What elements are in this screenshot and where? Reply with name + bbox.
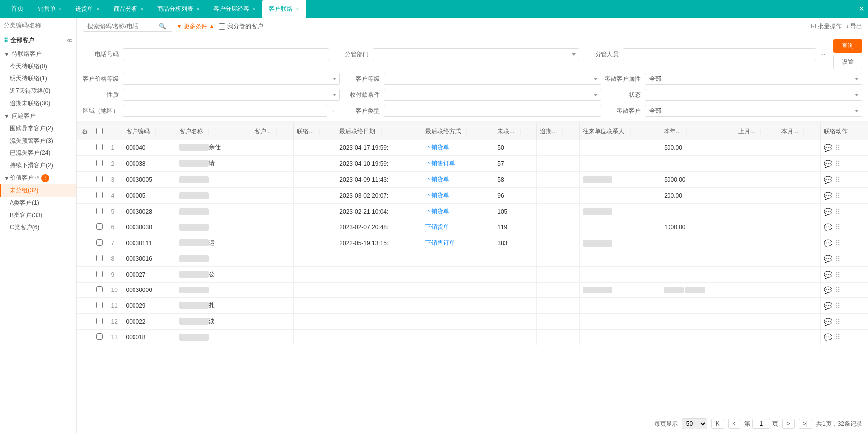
chat-icon[interactable]: 💬 xyxy=(824,286,832,294)
filter-search-input[interactable] xyxy=(87,23,157,30)
close-analysis-icon[interactable]: × xyxy=(140,6,143,12)
resize-overdue[interactable]: ⋮ xyxy=(560,128,561,135)
col-last-way[interactable]: 最后联络方式 ⋮ xyxy=(422,123,494,140)
cell-checkbox[interactable] xyxy=(93,283,108,298)
sidebar-item-class-a[interactable]: A类客户(1) xyxy=(0,197,76,209)
more-action-icon[interactable]: ⠿ xyxy=(835,208,840,216)
chat-icon[interactable]: 💬 xyxy=(824,144,832,152)
cell-last-way[interactable] xyxy=(422,267,494,283)
group-value-customer[interactable]: ▼ 价值客户 ↺ ! xyxy=(0,172,76,184)
cell-checkbox[interactable] xyxy=(93,188,108,204)
sidebar-item-tomorrow-pending[interactable]: 明天待联络(1) xyxy=(0,72,76,85)
cell-last-way[interactable]: 下销货单 xyxy=(422,188,494,204)
more-action-icon[interactable]: ⠿ xyxy=(835,192,840,200)
nav-tab-customer-contact[interactable]: 客户联络 × xyxy=(262,0,306,18)
sidebar-item-churn-warning[interactable]: 流失预警客户(3) xyxy=(0,135,76,147)
chat-icon[interactable]: 💬 xyxy=(824,176,832,184)
sidebar-search-input[interactable] xyxy=(4,22,77,29)
filter-nature-select[interactable] xyxy=(123,89,340,101)
row-checkbox[interactable] xyxy=(96,239,103,246)
col-this-year[interactable]: 本年... ⋮ xyxy=(661,123,735,140)
col-contact[interactable]: 联络... ⋮ xyxy=(294,123,336,140)
cell-last-way[interactable] xyxy=(422,251,494,267)
cell-last-way[interactable]: 下销售订单 xyxy=(422,235,494,251)
col-checkbox[interactable] xyxy=(93,123,108,140)
chat-icon[interactable]: 💬 xyxy=(824,223,832,231)
col-name[interactable]: 客户名称 ⋮ xyxy=(176,123,251,140)
filter-cust-level-select[interactable] xyxy=(384,73,601,85)
cell-last-way[interactable]: 下销货单 xyxy=(422,204,494,219)
more-action-icon[interactable]: ⠿ xyxy=(835,271,840,279)
close-analysis-list-icon[interactable]: × xyxy=(196,6,199,12)
group-problem-customer[interactable]: ▼ 问题客户 xyxy=(0,110,76,122)
row-checkbox[interactable] xyxy=(96,255,103,261)
filter-payment-select[interactable] xyxy=(384,89,601,101)
export-btn[interactable]: ↓ 导出 xyxy=(846,22,862,31)
cell-checkbox[interactable] xyxy=(93,251,108,267)
sidebar-item-today-pending[interactable]: 今天待联络(0) xyxy=(0,60,76,72)
col-code[interactable]: 客户编码 ⋮ xyxy=(123,123,176,140)
chat-icon[interactable]: 💬 xyxy=(824,302,832,310)
row-checkbox[interactable] xyxy=(96,160,103,166)
close-customer-tier-icon[interactable]: × xyxy=(252,6,255,12)
chat-icon[interactable]: 💬 xyxy=(824,208,832,216)
nav-tab-analysis[interactable]: 商品分析 × xyxy=(107,0,150,18)
resize-this-year[interactable]: ⋮ xyxy=(683,128,685,135)
chat-icon[interactable]: 💬 xyxy=(824,239,832,247)
cell-checkbox[interactable] xyxy=(93,204,108,219)
next-page-btn[interactable]: > xyxy=(782,419,795,429)
col-not-contacted[interactable]: 未联... ⋮ xyxy=(494,123,537,140)
contact-way-link[interactable]: 下销货单 xyxy=(425,208,449,215)
cell-last-way[interactable] xyxy=(422,330,494,345)
resize-this-month[interactable]: ⋮ xyxy=(801,128,802,135)
more-action-icon[interactable]: ⠿ xyxy=(835,176,840,184)
resize-contact-person[interactable]: ⋮ xyxy=(627,128,629,135)
cell-last-way[interactable] xyxy=(422,314,494,330)
cell-checkbox[interactable] xyxy=(93,219,108,235)
all-customers-header[interactable]: ⠿ 全部客户 ≪ xyxy=(0,33,76,48)
contact-way-link[interactable]: 下销货单 xyxy=(425,223,449,230)
filter-cust-type-input[interactable] xyxy=(384,105,601,117)
more-action-icon[interactable]: ⠿ xyxy=(835,223,840,231)
filter-dept-select[interactable] xyxy=(373,48,579,60)
contact-way-link[interactable]: 下销售订单 xyxy=(425,239,455,246)
row-checkbox[interactable] xyxy=(96,223,103,230)
close-customer-contact-icon[interactable]: × xyxy=(296,6,299,12)
col-this-month[interactable]: 本月... ⋮ xyxy=(778,123,821,140)
my-customers-checkbox[interactable] xyxy=(219,23,225,30)
page-input[interactable] xyxy=(752,419,770,429)
more-action-icon[interactable]: ⠿ xyxy=(835,144,840,152)
chat-icon[interactable]: 💬 xyxy=(824,333,832,341)
first-page-btn[interactable]: K xyxy=(711,419,724,429)
cell-checkbox[interactable] xyxy=(93,140,108,156)
resize-contact[interactable]: ⋮ xyxy=(317,128,318,135)
sidebar-item-ungrouped[interactable]: 未分组(32) xyxy=(0,184,76,197)
more-action-icon[interactable]: ⠿ xyxy=(835,286,840,294)
sidebar-item-churned[interactable]: 已流失客户(24) xyxy=(0,147,76,159)
row-checkbox[interactable] xyxy=(96,302,103,308)
filter-price-level-select[interactable] xyxy=(123,73,340,85)
prev-page-btn[interactable]: < xyxy=(728,419,740,429)
settings-icon[interactable]: ⚙ xyxy=(82,128,88,136)
sidebar-item-declining[interactable]: 持续下滑客户(2) xyxy=(0,159,76,172)
close-purchase-icon[interactable]: × xyxy=(96,6,99,12)
resize-type[interactable]: ⋮ xyxy=(274,128,275,135)
region-ellipsis-btn[interactable]: ··· xyxy=(327,105,340,116)
page-size-select[interactable]: 50 100 200 xyxy=(682,418,707,429)
filter-search-icon[interactable]: 🔍 xyxy=(159,23,166,30)
cell-last-way[interactable]: 下销售订单 xyxy=(422,156,494,172)
cell-last-way[interactable]: 下销货单 xyxy=(422,219,494,235)
filter-person-input[interactable] xyxy=(623,48,816,60)
filter-retail-attr-select[interactable]: 全部 xyxy=(645,73,862,85)
cell-checkbox[interactable] xyxy=(93,330,108,345)
row-checkbox[interactable] xyxy=(96,192,103,198)
col-last-date[interactable]: 最后联络日期 ⋮ xyxy=(336,123,422,140)
collapse-btn[interactable]: ≪ xyxy=(67,37,72,44)
row-checkbox[interactable] xyxy=(96,176,103,182)
contact-way-link[interactable]: 下销货单 xyxy=(425,192,449,199)
query-button[interactable]: 查询 xyxy=(833,39,862,53)
row-checkbox[interactable] xyxy=(96,271,103,277)
group-pending-contact[interactable]: ▼ 待联络客户 xyxy=(0,48,76,60)
nav-home[interactable]: 首页 xyxy=(4,4,31,13)
col-contact-person[interactable]: 往来单位联系人 ⋮ xyxy=(580,123,661,140)
